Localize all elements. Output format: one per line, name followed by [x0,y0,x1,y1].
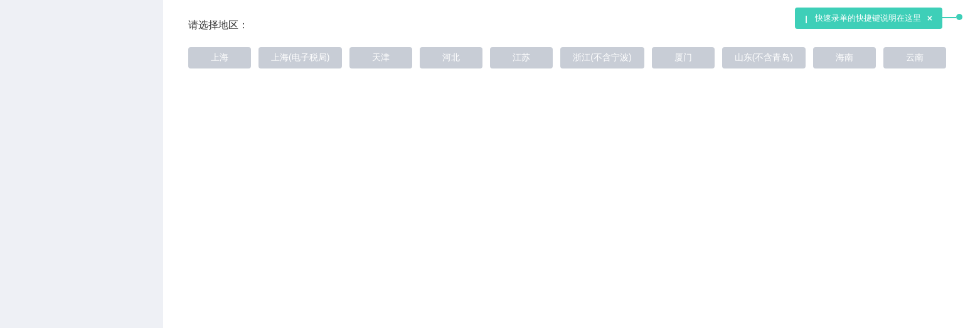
tooltip-connector-line [941,17,956,18]
region-btn-shanghai[interactable]: 上海 [188,47,251,68]
region-btn-jiangsu[interactable]: 江苏 [490,47,553,68]
tooltip-banner: 快速录单的快捷键说明在这里 × [795,8,942,29]
region-btn-hainan[interactable]: 海南 [813,47,876,68]
tooltip-dot-indicator [956,14,962,20]
region-btn-shanghai-etax[interactable]: 上海(电子税局) [258,47,342,68]
main-content: 请选择地区： 上海上海(电子税局)天津河北江苏浙江(不含宁波)厦门山东(不含青岛… [163,0,980,328]
region-buttons-container: 上海上海(电子税局)天津河北江苏浙江(不含宁波)厦门山东(不含青岛)海南云南 [188,47,955,68]
left-sidebar [0,0,163,328]
tooltip-close-button[interactable]: × [927,14,932,23]
region-btn-yunnan[interactable]: 云南 [883,47,946,68]
region-btn-hebei[interactable]: 河北 [420,47,482,68]
region-btn-xiamen[interactable]: 厦门 [652,47,715,68]
region-btn-tianjin[interactable]: 天津 [349,47,412,68]
tooltip-text: 快速录单的快捷键说明在这里 [815,13,921,24]
region-btn-shandong[interactable]: 山东(不含青岛) [722,47,806,68]
region-btn-zhejiang[interactable]: 浙江(不含宁波) [560,47,644,68]
